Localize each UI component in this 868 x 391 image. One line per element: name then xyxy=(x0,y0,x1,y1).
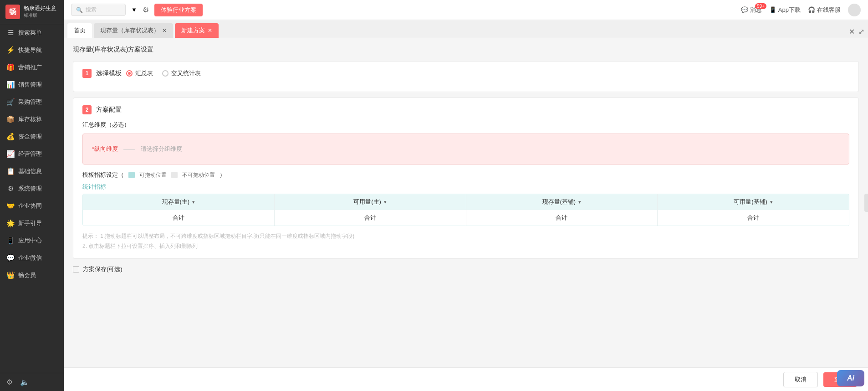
sidebar-bottom: ⚙ 🔈 xyxy=(0,373,64,391)
tab-home[interactable]: 首页 xyxy=(67,23,92,38)
dimension-placeholder: 请选择分组维度 xyxy=(141,145,182,153)
headset-icon: 🎧 xyxy=(808,6,815,13)
close-panel-icon[interactable]: ✕ xyxy=(849,27,855,36)
step1-num: 1 xyxy=(82,69,92,78)
marketing-icon: 🎁 xyxy=(6,63,15,72)
stats-col-2-data: 合计 xyxy=(275,210,466,226)
radio-crosstab-label: 交叉统计表 xyxy=(171,69,201,77)
cancel-button[interactable]: 取消 xyxy=(783,372,818,387)
search-icon: 🔍 xyxy=(76,7,83,13)
sidebar-item-purchase[interactable]: 🛒 采购管理 xyxy=(0,93,64,111)
save-row: 方案保存(可选) xyxy=(73,265,859,273)
speaker-icon[interactable]: 🔈 xyxy=(20,378,29,386)
stats-col-3-header[interactable]: 现存量(基辅) ▾ xyxy=(466,194,658,210)
tab-new-scheme[interactable]: 新建方案 ✕ xyxy=(175,23,219,38)
save-checkbox[interactable] xyxy=(73,266,79,273)
radio-summary[interactable]: 汇总表 xyxy=(126,69,153,77)
finance-icon: 💰 xyxy=(6,133,15,141)
message-icon: 💬 xyxy=(741,6,748,13)
settings-icon[interactable]: ⚙ xyxy=(6,378,13,386)
sidebar-item-system[interactable]: ⚙ 系统管理 xyxy=(0,180,64,197)
radio-crosstab[interactable]: 交叉统计表 xyxy=(162,69,201,77)
sidebar-item-label: 营销推广 xyxy=(18,63,42,72)
fixed-badge xyxy=(171,172,178,178)
basic-info-icon: 📋 xyxy=(6,167,15,175)
tab-inventory-status-close[interactable]: ✕ xyxy=(162,27,167,34)
tab-inventory-status[interactable]: 现存量（库存状况表） ✕ xyxy=(94,23,173,38)
stats-col-2-header[interactable]: 可用量(主) ▾ xyxy=(275,194,466,210)
topbar-gear-icon[interactable]: ⚙ xyxy=(143,5,149,14)
expand-icon[interactable]: ⤢ xyxy=(858,27,864,36)
sidebar-item-label: 快捷导航 xyxy=(18,46,42,54)
topbar-search[interactable]: 🔍 搜索 xyxy=(71,4,126,16)
sidebar-item-search-menu[interactable]: ☰ 搜索菜单 xyxy=(0,24,64,41)
sidebar-logo: 畅 畅康通好生意 标准版 xyxy=(0,0,64,24)
sidebar-item-inventory[interactable]: 📦 库存核算 xyxy=(0,111,64,128)
dimension-separator: —— xyxy=(123,146,135,153)
radio-summary-circle xyxy=(126,70,133,77)
radio-crosstab-circle xyxy=(162,70,168,77)
stats-col-3-data: 合计 xyxy=(466,210,658,226)
sidebar-item-basic-info[interactable]: 📋 基础信息 xyxy=(0,163,64,180)
sidebar-item-marketing[interactable]: 🎁 营销推广 xyxy=(0,59,64,76)
fixed-legend: 不可拖动位置 xyxy=(182,171,215,179)
online-service[interactable]: 🎧 在线客服 xyxy=(808,6,841,14)
step2-title: 方案配置 xyxy=(96,106,122,114)
stats-title: 统计指标 xyxy=(82,183,849,191)
app-name: 畅康通好生意 xyxy=(24,5,56,12)
sidebar: 畅 畅康通好生意 标准版 ☰ 搜索菜单 ⚡ 快捷导航 🎁 营销推广 📊 销售管理… xyxy=(0,0,64,391)
right-edge-indicator[interactable] xyxy=(864,194,868,212)
indicator-settings-label: 模板指标设定（ 可拖动位置 不可拖动位置 ） xyxy=(82,171,849,179)
chevron-down-icon-3: ▾ xyxy=(578,199,581,205)
sidebar-item-app-center[interactable]: 📱 应用中心 xyxy=(0,232,64,249)
sidebar-item-operations[interactable]: 📈 经营管理 xyxy=(0,145,64,163)
sidebar-item-new-guide[interactable]: 🌟 新手引导 xyxy=(0,215,64,232)
tabbar: 首页 现存量（库存状况表） ✕ 新建方案 ✕ ✕ ⤢ xyxy=(64,20,868,38)
main-area: 🔍 搜索 ▼ ⚙ 体验行业方案 💬 消息 99+ 📱 App下载 🎧 在线客服 xyxy=(64,0,868,391)
chevron-down-icon-2: ▾ xyxy=(384,199,387,205)
step1-title: 选择模板 xyxy=(96,69,122,77)
sidebar-item-sales[interactable]: 📊 销售管理 xyxy=(0,76,64,93)
dimension-area[interactable]: *纵向维度 —— 请选择分组维度 xyxy=(82,134,849,165)
member-icon: 👑 xyxy=(6,271,15,279)
step2-header: 2 方案配置 xyxy=(82,105,849,114)
user-avatar[interactable] xyxy=(848,4,861,16)
tab-new-scheme-close[interactable]: ✕ xyxy=(208,27,212,34)
sidebar-item-member[interactable]: 👑 畅会员 xyxy=(0,267,64,284)
chevron-down-icon-1: ▾ xyxy=(192,199,195,205)
app-center-icon: 📱 xyxy=(6,237,15,245)
template-radio-group: 汇总表 交叉统计表 xyxy=(126,69,201,77)
sidebar-item-finance[interactable]: 💰 资金管理 xyxy=(0,128,64,145)
step1-section: 1 选择模板 汇总表 交叉统计表 xyxy=(73,61,859,92)
draggable-legend: 可拖动位置 xyxy=(139,171,167,179)
topbar-dropdown[interactable]: ▼ xyxy=(131,6,137,13)
sidebar-item-label: 经营管理 xyxy=(18,150,42,158)
purchase-icon: 🛒 xyxy=(6,98,15,106)
stats-data-row: 合计 合计 合计 合计 xyxy=(83,210,849,226)
draggable-badge xyxy=(128,172,135,178)
stats-col-1-data: 合计 xyxy=(83,210,275,226)
sidebar-item-quick-nav[interactable]: ⚡ 快捷导航 xyxy=(0,41,64,59)
ai-button[interactable]: Ai xyxy=(837,370,864,386)
sidebar-item-label: 销售管理 xyxy=(18,81,42,89)
cooperation-icon: 🤝 xyxy=(6,202,15,210)
sidebar-item-cooperation[interactable]: 🤝 企业协同 xyxy=(0,197,64,215)
app-download[interactable]: 📱 App下载 xyxy=(769,6,801,14)
sidebar-item-wechat[interactable]: 💬 企业微信 xyxy=(0,249,64,267)
message-badge[interactable]: 💬 消息 99+ xyxy=(741,6,762,14)
search-menu-icon: ☰ xyxy=(6,29,15,37)
message-count: 99+ xyxy=(755,3,766,9)
stats-col-1-header[interactable]: 现存量(主) ▾ xyxy=(83,194,275,210)
stats-table: 现存量(主) ▾ 可用量(主) ▾ 现存量(基辅) ▾ 可用量(基辅) ▾ xyxy=(82,194,849,226)
sidebar-item-label: 新手引导 xyxy=(18,219,42,227)
trial-btn[interactable]: 体验行业方案 xyxy=(154,4,203,16)
sidebar-item-label: 畅会员 xyxy=(18,271,36,279)
sidebar-item-label: 企业微信 xyxy=(18,254,42,262)
stats-col-4-header[interactable]: 可用量(基辅) ▾ xyxy=(658,194,849,210)
tab-inventory-status-label: 现存量（库存状况表） xyxy=(100,26,159,35)
topbar-right: 💬 消息 99+ 📱 App下载 🎧 在线客服 xyxy=(741,4,861,16)
sidebar-item-label: 应用中心 xyxy=(18,237,42,245)
hint-2: 2. 点击标题栏下拉可设置排序、插入列和删除列 xyxy=(82,242,849,252)
stats-header-row: 现存量(主) ▾ 可用量(主) ▾ 现存量(基辅) ▾ 可用量(基辅) ▾ xyxy=(83,194,849,210)
content-area: 现存量(库存状况表)方案设置 1 选择模板 汇总表 交叉统计表 xyxy=(64,38,868,367)
